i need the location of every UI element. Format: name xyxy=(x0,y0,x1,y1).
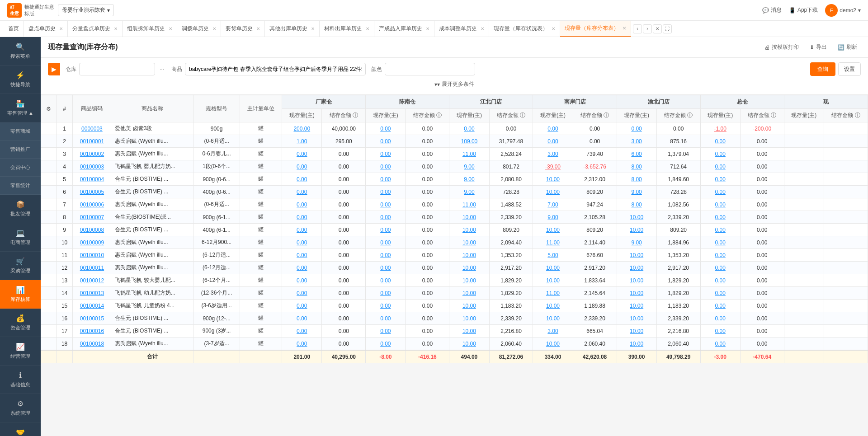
cell-na-qty[interactable]: -39.00 xyxy=(533,160,573,173)
cell-tot-qty[interactable]: 0.00 xyxy=(700,135,740,148)
cell-tot-qty[interactable]: 0.00 xyxy=(700,262,740,274)
cell-jb-qty[interactable]: 10.00 xyxy=(449,249,489,262)
cell-jb-qty[interactable]: 10.00 xyxy=(449,236,489,249)
cell-code[interactable]: 00100003 xyxy=(73,160,111,173)
nav-tab-9[interactable]: 现存量（库存状况表） ✕ xyxy=(489,21,560,37)
cell-yb-qty[interactable]: 8.00 xyxy=(617,160,656,173)
sidebar-item-nav[interactable]: ⚡ 快捷导航 xyxy=(0,66,41,94)
cell-tot-qty[interactable]: 0.00 xyxy=(700,224,740,236)
cell-fac-qty[interactable]: 0.00 xyxy=(282,325,322,338)
cell-fac-qty[interactable]: 0.00 xyxy=(282,224,322,236)
cell-yb-qty[interactable]: 9.00 xyxy=(617,236,656,249)
warehouse-input[interactable] xyxy=(79,63,155,75)
cell-tot-qty[interactable]: 0.00 xyxy=(700,160,740,173)
cell-yb-qty[interactable]: 10.00 xyxy=(617,300,656,312)
cell-fac-qty[interactable]: 0.00 xyxy=(282,186,322,198)
cell-na-qty[interactable]: 10.00 xyxy=(533,300,573,312)
cell-tot-qty[interactable]: 0.00 xyxy=(700,325,740,338)
cell-code[interactable]: 00100004 xyxy=(73,173,111,186)
cell-fac-qty[interactable]: 1.00 xyxy=(282,135,322,148)
nav-tab-3[interactable]: 调拨单历史 ✕ xyxy=(177,21,221,37)
close-icon[interactable]: ✕ xyxy=(366,26,369,31)
cell-yb-qty[interactable]: 8.00 xyxy=(617,198,656,211)
sidebar-item-system[interactable]: ⚙ 系统管理 xyxy=(0,394,41,422)
sidebar-item-members[interactable]: 会员中心 xyxy=(0,159,41,177)
cell-fac-qty[interactable]: 0.00 xyxy=(282,249,322,262)
cell-jb-qty[interactable]: 10.00 xyxy=(449,325,489,338)
cell-yb-qty[interactable]: 6.00 xyxy=(617,148,656,160)
cell-yb-qty[interactable]: 10.00 xyxy=(617,262,656,274)
cell-jb-qty[interactable]: 10.00 xyxy=(449,211,489,224)
cell-cn-qty[interactable]: 0.00 xyxy=(366,338,406,351)
cell-jb-qty[interactable]: 9.00 xyxy=(449,186,489,198)
close-icon[interactable]: ✕ xyxy=(311,26,315,31)
cell-cn-qty[interactable]: 0.00 xyxy=(366,262,406,274)
cell-yb-qty[interactable]: 3.00 xyxy=(617,135,656,148)
sidebar-item-purchase[interactable]: 🛒 采购管理 xyxy=(0,252,41,280)
cell-yb-qty[interactable]: 10.00 xyxy=(617,274,656,287)
cell-na-qty[interactable]: 0.00 xyxy=(533,122,573,135)
cell-fac-qty[interactable]: 0.00 xyxy=(282,262,322,274)
cell-jb-qty[interactable]: 9.00 xyxy=(449,160,489,173)
cell-jb-qty[interactable]: 10.00 xyxy=(449,312,489,325)
cell-yb-qty[interactable]: 0.00 xyxy=(617,122,656,135)
product-input[interactable] xyxy=(185,63,366,75)
cell-code[interactable]: 00100016 xyxy=(73,325,111,338)
nav-tab-4[interactable]: 要货单历史 ✕ xyxy=(221,21,265,37)
cell-cn-qty[interactable]: 0.00 xyxy=(366,236,406,249)
cell-code[interactable]: 00100009 xyxy=(73,236,111,249)
nav-tab-0[interactable]: 盘点单历史 ✕ xyxy=(24,21,68,37)
cell-na-qty[interactable]: 3.00 xyxy=(533,325,573,338)
cell-tot-qty[interactable]: 0.00 xyxy=(700,300,740,312)
sidebar-item-collab[interactable]: 🤝 企业协同 xyxy=(0,422,41,436)
cell-jb-qty[interactable]: 0.00 xyxy=(449,122,489,135)
sidebar-item-basic-info[interactable]: ℹ 基础信息 xyxy=(0,366,41,394)
close-icon[interactable]: ✕ xyxy=(481,26,484,31)
cell-yb-qty[interactable]: 10.00 xyxy=(617,249,656,262)
close-icon[interactable]: ✕ xyxy=(212,26,216,31)
cell-na-qty[interactable]: 5.00 xyxy=(533,249,573,262)
cell-code[interactable]: 0000003 xyxy=(73,122,111,135)
store-selector[interactable]: 母婴行业演示陈套 ▾ xyxy=(58,4,114,16)
cell-cn-qty[interactable]: 0.00 xyxy=(366,135,406,148)
cell-na-qty[interactable]: 9.00 xyxy=(533,211,573,224)
cell-cn-qty[interactable]: 0.00 xyxy=(366,224,406,236)
sidebar-item-retail-stats[interactable]: 零售统计 xyxy=(0,177,41,195)
cell-code[interactable]: 00100012 xyxy=(73,274,111,287)
sidebar-item-wholesale[interactable]: 📦 批发管理 xyxy=(0,195,41,223)
sidebar-item-finance[interactable]: 💰 资金管理 xyxy=(0,309,41,337)
cell-cn-qty[interactable]: 0.00 xyxy=(366,325,406,338)
cell-yb-qty[interactable]: 10.00 xyxy=(617,224,656,236)
cell-cn-qty[interactable]: 0.00 xyxy=(366,160,406,173)
sidebar-item-search[interactable]: 🔍 搜索英单 xyxy=(0,37,41,66)
nav-tab-home[interactable]: 首页 xyxy=(4,21,24,37)
cell-code[interactable]: 00100014 xyxy=(73,300,111,312)
close-icon[interactable]: ✕ xyxy=(623,26,626,31)
cell-jb-qty[interactable]: 10.00 xyxy=(449,224,489,236)
cell-cn-qty[interactable]: 0.00 xyxy=(366,274,406,287)
cell-jb-qty[interactable]: 10.00 xyxy=(449,287,489,300)
close-icon[interactable]: ✕ xyxy=(552,26,555,31)
cell-fac-qty[interactable]: 0.00 xyxy=(282,160,322,173)
filter-expand-toggle[interactable]: ▾▾ 展开更多条件 xyxy=(48,79,861,90)
cell-tot-qty[interactable]: 0.00 xyxy=(700,287,740,300)
close-icon[interactable]: ✕ xyxy=(169,26,172,31)
cell-na-qty[interactable]: 10.00 xyxy=(533,173,573,186)
nav-tab-8[interactable]: 成本调整单历史 ✕ xyxy=(434,21,489,37)
cell-tot-qty[interactable]: 0.00 xyxy=(700,312,740,325)
cell-tot-qty[interactable]: 0.00 xyxy=(700,236,740,249)
cell-na-qty[interactable]: 0.00 xyxy=(533,135,573,148)
cell-tot-qty[interactable]: 0.00 xyxy=(700,198,740,211)
cell-cn-qty[interactable]: 0.00 xyxy=(366,148,406,160)
nav-tab-10[interactable]: 现存量（库存分布表） ✕ xyxy=(560,21,631,37)
cell-fac-qty[interactable]: 0.00 xyxy=(282,211,322,224)
settings-btn[interactable]: 设置 xyxy=(838,62,861,76)
nav-next-btn[interactable]: › xyxy=(643,24,652,33)
cell-tot-qty[interactable]: 0.00 xyxy=(700,211,740,224)
cell-tot-qty[interactable]: 0.00 xyxy=(700,338,740,351)
cell-code[interactable]: 00100018 xyxy=(73,338,111,351)
cell-jb-qty[interactable]: 11.00 xyxy=(449,148,489,160)
cell-cn-qty[interactable]: 0.00 xyxy=(366,312,406,325)
cell-yb-qty[interactable]: 10.00 xyxy=(617,325,656,338)
cell-na-qty[interactable]: 10.00 xyxy=(533,224,573,236)
